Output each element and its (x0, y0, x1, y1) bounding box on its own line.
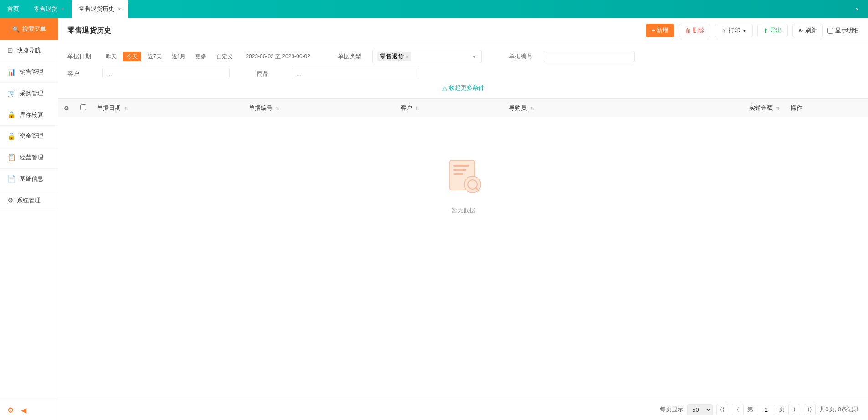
customer-filter-select[interactable]: ... (102, 68, 230, 79)
add-button[interactable]: + 新增 (646, 24, 674, 37)
table-container: ⚙ 单据日期 ⇅ 单据编号 ⇅ (58, 99, 868, 399)
print-chevron-icon: ▼ (742, 28, 747, 33)
next-page-btn[interactable]: ⟩ (788, 404, 800, 415)
type-filter-select[interactable]: 零售退货 × ▼ (372, 50, 482, 63)
tab-retail-return-history[interactable]: 零售退货历史 × (72, 0, 128, 18)
sidebar-item-quick-nav-label: 快捷导航 (17, 46, 41, 55)
show-detail-label: 显示明细 (835, 26, 859, 35)
type-filter-chevron-icon: ▼ (472, 54, 477, 59)
th-voucher-no[interactable]: 单据编号 ⇅ (243, 99, 395, 117)
export-button-label: 导出 (770, 26, 782, 35)
per-page-label: 每页显示 (660, 405, 683, 414)
th-guide-label: 导购员 (509, 104, 527, 111)
date-yesterday-btn[interactable]: 昨天 (102, 52, 120, 61)
th-operation-label: 操作 (791, 104, 802, 111)
sidebar-item-inventory[interactable]: 🔒 库存核算 (0, 104, 58, 126)
collapse-filter-btn[interactable]: △ 收起更多条件 (442, 84, 484, 92)
th-operation: 操作 (785, 99, 868, 117)
sales-mgmt-icon: 📊 (7, 68, 16, 76)
date-more-btn[interactable]: 更多 (192, 52, 210, 61)
delete-button[interactable]: 🗑 删除 (679, 24, 710, 37)
type-filter-tag-value: 零售退货 (380, 52, 404, 61)
date-filter-label: 单据日期 (67, 52, 93, 61)
th-guide-sort-icon: ⇅ (530, 106, 534, 111)
sidebar-item-sales-mgmt-label: 销售管理 (20, 68, 43, 76)
tab-retail-return[interactable]: 零售退货 × (26, 0, 72, 18)
type-filter-tag-close[interactable]: × (406, 53, 409, 60)
page-title: 零售退货历史 (67, 26, 111, 36)
add-button-label: + 新增 (652, 26, 668, 35)
first-page-btn[interactable]: ⟨⟨ (716, 404, 728, 415)
basic-info-icon: 📄 (7, 175, 16, 183)
tab-retail-return-close[interactable]: × (61, 6, 64, 12)
tab-retail-return-label: 零售退货 (34, 5, 57, 13)
main-layout: 🔍 搜索菜单 ⊞ 快捷导航 📊 销售管理 🛒 采购管理 🔒 库存核算 🔒 资金管… (0, 18, 868, 420)
th-customer[interactable]: 客户 ⇅ (395, 99, 503, 117)
refresh-icon: ↻ (798, 27, 803, 34)
delete-icon: 🗑 (685, 27, 691, 34)
refresh-button[interactable]: ↻ 刷新 (792, 24, 823, 37)
sidebar-item-finance[interactable]: 🔒 资金管理 (0, 126, 58, 147)
sidebar-bottom: ⚙ ◀ (0, 400, 58, 420)
toolbar: + 新增 🗑 删除 🖨 打印 ▼ ⬆ 导出 ↻ 刷新 (646, 24, 859, 37)
settings-bottom-icon[interactable]: ⚙ (7, 406, 14, 415)
sidebar-item-purchase-mgmt[interactable]: 🛒 采购管理 (0, 83, 58, 104)
show-detail-checkbox[interactable] (827, 28, 833, 34)
goods-filter-select[interactable]: ... (292, 68, 419, 79)
th-date-label: 单据日期 (97, 104, 121, 111)
goods-filter-label: 商品 (257, 70, 282, 78)
collapse-up-icon: △ (442, 85, 447, 92)
customer-placeholder: ... (107, 70, 112, 77)
sidebar-search[interactable]: 🔍 搜索菜单 (0, 18, 58, 40)
svg-rect-1 (453, 165, 469, 167)
delete-button-label: 删除 (693, 26, 704, 35)
prev-page-btn[interactable]: ⟨ (732, 404, 744, 415)
th-customer-sort-icon: ⇅ (416, 106, 419, 111)
th-customer-label: 客户 (401, 104, 412, 111)
collapse-filter-label: 收起更多条件 (449, 84, 484, 92)
date-custom-btn[interactable]: 自定义 (213, 52, 236, 61)
voucher-filter-input[interactable] (544, 51, 635, 62)
select-all-checkbox[interactable] (80, 104, 86, 110)
finance-icon: 🔒 (7, 132, 16, 140)
export-button[interactable]: ⬆ 导出 (757, 24, 788, 37)
inventory-icon: 🔒 (7, 111, 16, 119)
svg-rect-2 (453, 169, 466, 171)
goods-placeholder: ... (297, 70, 302, 77)
sidebar-item-operations[interactable]: 📋 经营管理 (0, 147, 58, 169)
th-amount[interactable]: 实销金额 ⇅ (634, 99, 786, 117)
window-close-button[interactable]: × (853, 5, 861, 13)
purchase-mgmt-icon: 🛒 (7, 89, 16, 97)
sidebar-item-sales-mgmt[interactable]: 📊 销售管理 (0, 61, 58, 83)
tab-home-label: 首页 (7, 5, 19, 13)
sidebar-item-quick-nav[interactable]: ⊞ 快捷导航 (0, 40, 58, 61)
print-button[interactable]: 🖨 打印 ▼ (715, 24, 753, 37)
svg-rect-3 (453, 173, 463, 175)
content-area: 零售退货历史 + 新增 🗑 删除 🖨 打印 ▼ ⬆ 导出 (58, 18, 868, 420)
date-1month-btn[interactable]: 近1月 (168, 52, 190, 61)
date-shortcuts: 昨天 今天 近7天 近1月 更多 自定义 (102, 52, 236, 61)
th-date[interactable]: 单据日期 ⇅ (92, 99, 243, 117)
sidebar-item-inventory-label: 库存核算 (20, 111, 43, 119)
th-checkbox (75, 99, 92, 117)
customer-filter-label: 客户 (67, 70, 93, 78)
tab-retail-return-history-close[interactable]: × (118, 6, 121, 12)
page-unit: 页 (779, 405, 785, 414)
show-detail-checkbox-wrapper[interactable]: 显示明细 (827, 26, 859, 35)
sidebar-item-basic-info[interactable]: 📄 基础信息 (0, 169, 58, 190)
topbar-right: × (853, 5, 868, 13)
tab-home[interactable]: 首页 (0, 0, 26, 18)
date-today-btn[interactable]: 今天 (123, 52, 141, 61)
per-page-select[interactable]: 50 10 20 100 (687, 404, 713, 415)
page-number-input[interactable]: 1 (757, 405, 775, 415)
date-7days-btn[interactable]: 近7天 (144, 52, 165, 61)
collapse-sidebar-icon[interactable]: ◀ (21, 406, 26, 415)
sidebar-search-label: 搜索菜单 (22, 25, 46, 33)
empty-icon (441, 154, 486, 199)
last-page-btn[interactable]: ⟩⟩ (804, 404, 816, 415)
sidebar-item-system-mgmt[interactable]: ⚙ 系统管理 (0, 190, 58, 211)
table-settings-icon[interactable]: ⚙ (64, 105, 69, 112)
th-guide[interactable]: 导购员 ⇅ (503, 99, 634, 117)
data-table: ⚙ 单据日期 ⇅ 单据编号 ⇅ (58, 99, 868, 117)
filter-row-2: 客户 ... 商品 ... (67, 68, 859, 79)
